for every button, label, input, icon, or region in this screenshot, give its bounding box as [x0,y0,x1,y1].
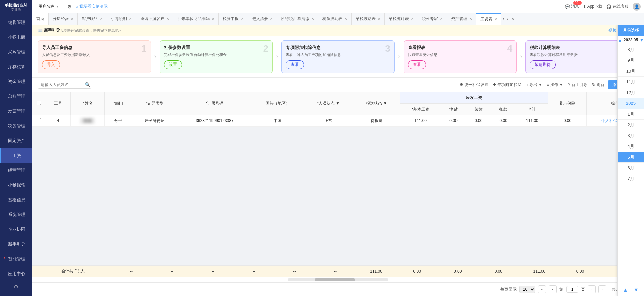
tab-close-all[interactable]: ✕ [509,13,516,25]
sidebar-item-finance[interactable]: 资金管理 [0,74,32,89]
sidebar-item-system[interactable]: 系统管理 [0,207,32,222]
scrollbar-thumb[interactable] [315,278,355,281]
filter-icon[interactable]: ▼ [383,101,387,106]
guide-step-1-btn[interactable]: 导入 [42,60,60,69]
tab-tax-fluctuation[interactable]: 税负波动表 ✕ [318,13,352,25]
user-avatar[interactable]: 👤 [633,3,641,11]
tab-product-code[interactable]: 往来单位商品编码 ✕ [173,13,219,25]
guide-step-3-btn[interactable]: 查看 [286,60,304,69]
sidebar-item-guide[interactable]: 新手引导 [0,237,32,252]
tab-close-icon[interactable]: ✕ [270,17,273,21]
month-item-11[interactable]: 11月 [618,77,644,87]
first-page-btn[interactable]: « [538,285,546,293]
tab-close-icon[interactable]: ✕ [212,17,214,21]
tab-customer-contact[interactable]: 客户联络 ✕ [78,13,107,25]
tab-close-icon[interactable]: ✕ [71,17,73,21]
settings-icon[interactable]: ⚙ [0,281,32,293]
horizontal-scrollbar[interactable] [32,277,644,282]
sidebar-item-assets[interactable]: 固定资产 [0,133,32,148]
month-panel-title[interactable]: 月份选择 [618,25,644,36]
month-item-3[interactable]: 3月 [618,130,644,141]
refresh-btn[interactable]: ↻ 刷新 [591,82,606,88]
select-all-checkbox[interactable] [37,101,41,105]
tab-close-icon[interactable]: ✕ [344,17,347,21]
employee-search-input[interactable] [38,81,91,89]
tab-close-icon[interactable]: ✕ [100,17,103,21]
topbar-online-service[interactable]: 🎧 在线客服 [606,4,629,9]
guide-step-5-btn[interactable]: 敬请期待 [530,60,556,69]
sidebar-item-apps[interactable]: 应用中心 [0,266,32,277]
guide-step-4-btn[interactable]: 查看 [408,60,426,69]
sidebar-item-tax[interactable]: 税务管理 [0,119,32,133]
tab-tier-management[interactable]: 分层经营 ✕ [49,13,78,25]
tab-tax-expert[interactable]: 税检专家 ✕ [418,13,447,25]
last-page-btn[interactable]: » [598,285,606,293]
tab-clearance[interactable]: 进入清册 ✕ [248,13,277,25]
tab-close-icon[interactable]: ✕ [241,17,244,21]
sidebar-item-purchase[interactable]: 采购管理 [0,45,32,59]
new-guide-btn[interactable]: ? 新手引导 [567,82,589,88]
tab-asset-mgmt[interactable]: 资产管理 ✕ [447,13,476,25]
page-size-select[interactable]: 10 20 50 [519,286,535,293]
prev-page-btn[interactable]: ‹ [549,285,557,293]
sidebar-item-inventory[interactable]: 库存核算 [0,59,32,74]
sidebar-item-sales[interactable]: 销售管理 [0,15,32,30]
month-panel-year-up[interactable]: ▲ [618,37,622,43]
page-number-input[interactable] [566,286,578,293]
topbar-demo-link[interactable]: ○ 我要看实例演示 [76,4,563,9]
month-nav-next[interactable]: ▼ [632,286,640,294]
topbar-user[interactable]: 用户名称 ▼ [36,4,62,9]
month-item-10[interactable]: 10月 [618,66,644,77]
export-btn[interactable]: ↑ 导出 ▼ [525,82,544,88]
social-insurance-settings-btn[interactable]: ⚙ 统一社保设置 [458,82,490,88]
month-item-5[interactable]: 5月 [618,152,644,163]
next-page-btn[interactable]: › [588,285,596,293]
tab-tax-report[interactable]: 税务申报 ✕ [219,13,248,25]
month-item-1[interactable]: 1月 [618,109,644,120]
month-item-7[interactable]: 7月 [618,173,644,184]
special-deduction-btn[interactable]: ✚ 专项附加扣除 [492,82,523,88]
tab-nav-right[interactable]: › [505,13,509,25]
tab-close-icon[interactable]: ✕ [311,17,314,21]
search-icon[interactable]: 🔍 [85,82,90,87]
personal-insurance-btn[interactable]: 个人社保 [601,118,618,124]
tab-close-icon[interactable]: ✕ [411,17,414,21]
month-item-8[interactable]: 8月 [618,44,644,55]
month-item-12[interactable]: 12月 [618,87,644,98]
tab-tax-wave[interactable]: 纳税波动表 ✕ [352,13,385,25]
tab-invite[interactable]: 邀请下游客户 ✕ [136,13,173,25]
operations-btn[interactable]: ≡ 操作 ▼ [546,82,565,88]
month-nav-prev[interactable]: ▲ [622,286,630,294]
tab-close-icon[interactable]: ✕ [469,17,472,21]
tab-close-icon[interactable]: ✕ [166,17,169,21]
guide-step-2-btn[interactable]: 设置 [164,60,182,69]
tab-nav-left[interactable]: ‹ [501,13,505,25]
row-checkbox[interactable] [37,118,41,122]
month-item-4[interactable]: 4月 [618,141,644,152]
month-item-2[interactable]: 2月 [618,120,644,130]
tab-close-icon[interactable]: ✕ [494,17,497,21]
sidebar-item-base-info[interactable]: 基础信息 [0,193,32,207]
topbar-app-download[interactable]: ⬇ App下载 [583,4,602,9]
tab-income-tax[interactable]: 所得税汇算清缴 ✕ [277,13,318,25]
sidebar-item-ecommerce[interactable]: 小畅电商 [0,30,32,45]
sidebar-item-ledger[interactable]: 总账管理 [0,89,32,104]
topbar-message-btn[interactable]: 💬 消息 99+ [565,4,579,9]
guide-video-link[interactable]: 视频 [608,28,616,33]
month-item-9[interactable]: 9月 [618,55,644,66]
sidebar-item-operations[interactable]: 经营管理 [0,163,32,178]
tab-close-icon[interactable]: ✕ [378,17,380,21]
sidebar-item-payroll[interactable]: 工资 [0,148,32,163]
tab-home[interactable]: 首页 [32,13,49,25]
tab-payroll[interactable]: 工资表 ✕ [476,13,501,25]
sidebar-item-expense[interactable]: 小畅报销 [0,178,32,193]
month-panel-year-down[interactable]: ▼ [639,37,644,43]
tab-guide-desc[interactable]: 引导说明 ✕ [107,13,136,25]
sidebar-item-invoice[interactable]: 发票管理 [0,104,32,119]
month-item-6[interactable]: 6月 [618,163,644,173]
sidebar-item-ai[interactable]: 智能管理 [0,252,32,266]
tab-tax-stats[interactable]: 纳税统计表 ✕ [385,13,418,25]
tab-close-icon[interactable]: ✕ [129,17,132,21]
tab-close-icon[interactable]: ✕ [440,17,443,21]
filter-icon[interactable]: ▼ [336,101,340,106]
